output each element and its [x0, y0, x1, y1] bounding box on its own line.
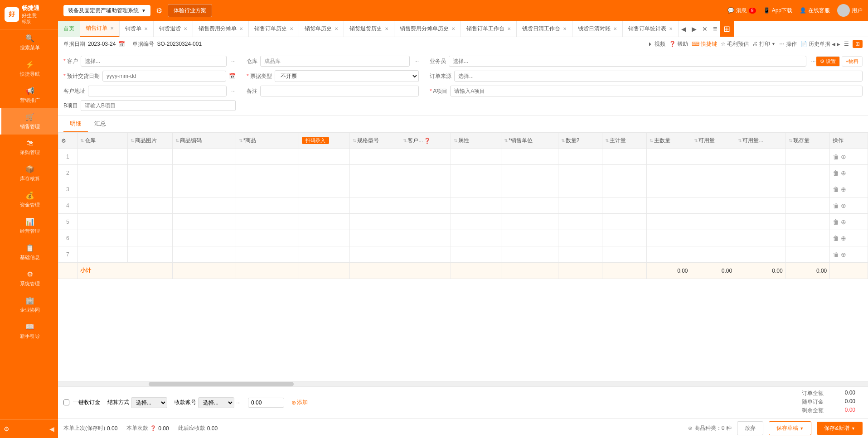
row-2-product[interactable]	[236, 165, 299, 181]
row-2-available-qty[interactable]	[691, 165, 735, 181]
tab-close-sales-order[interactable]: ✕	[110, 26, 114, 31]
row-2-customer-code[interactable]	[400, 165, 451, 181]
row-6-available-qty2[interactable]	[735, 230, 786, 246]
th-stock-qty[interactable]: ⇅现存量	[786, 133, 830, 149]
sidebar-item-guide[interactable]: 📖 新手引导	[0, 318, 58, 344]
notification-btn[interactable]: 💬 消息 9	[727, 7, 756, 14]
user-btn[interactable]: 用户	[837, 4, 863, 17]
tab-sales-order-history[interactable]: 销售订单历史 ✕	[249, 21, 299, 37]
row-3-stock-qty[interactable]	[786, 181, 830, 197]
row-6-customer-code[interactable]	[400, 230, 451, 246]
customer-address-input[interactable]	[88, 86, 227, 96]
tab-sales-refund-history[interactable]: 销货退货历史 ✕	[344, 21, 394, 37]
th-customer-code[interactable]: ⇅客户...❓	[400, 133, 451, 149]
th-product-image[interactable]: ⇅商品图片	[128, 133, 173, 149]
toolbar-grid-btn[interactable]: ⊞	[853, 40, 863, 48]
th-warehouse[interactable]: ⇅仓库	[77, 133, 128, 149]
row-5-product[interactable]	[236, 214, 299, 230]
tab-sales-order[interactable]: 销售订单 ✕	[80, 21, 120, 37]
row-6-product[interactable]	[236, 230, 299, 246]
customer-expand-icon[interactable]: ···	[231, 58, 236, 64]
row-6-product-code[interactable]	[173, 230, 236, 246]
row-1-sales-unit[interactable]	[501, 149, 558, 165]
row-1-main-unit[interactable]	[602, 149, 647, 165]
row-4-copy-icon[interactable]: ⊕	[841, 202, 846, 209]
th-main-unit[interactable]: ⇅主计量	[602, 133, 647, 149]
sidebar-item-system[interactable]: ⚙ 系统管理	[0, 265, 58, 292]
row-7-delete-icon[interactable]: 🗑	[833, 251, 839, 258]
row-5-copy-icon[interactable]: ⊕	[841, 218, 846, 226]
row-4-spec[interactable]	[349, 197, 400, 214]
preview-btn[interactable]: ⏵ 视频	[648, 40, 665, 48]
th-product[interactable]: ⇅*商品	[236, 133, 299, 149]
row-5-product-code[interactable]	[173, 214, 236, 230]
sidebar-item-basic-info[interactable]: 📋 基础信息	[0, 239, 58, 265]
row-2-product-image[interactable]	[128, 165, 173, 181]
tab-sales-return-history[interactable]: 销货单历史 ✕	[299, 21, 344, 37]
sidebar-item-quick-nav[interactable]: ⚡ 快捷导航	[0, 56, 58, 82]
warehouse-input[interactable]	[260, 56, 410, 67]
tab-receivable-reconcile[interactable]: 钱货日清对账 ✕	[572, 21, 623, 37]
row-4-product-image[interactable]	[128, 197, 173, 214]
help-btn[interactable]: ❓ 帮助	[669, 40, 688, 48]
tab-receivable-workbench[interactable]: 钱货日清工作台 ✕	[517, 21, 572, 37]
tab-sales-expense-history[interactable]: 销售费用分摊单历史 ✕	[394, 21, 461, 37]
sidebar-item-operations[interactable]: 📊 经营管理	[0, 213, 58, 239]
row-7-warehouse[interactable]	[77, 246, 128, 263]
row-4-scan[interactable]	[299, 197, 350, 214]
tab-close-sales-expense[interactable]: ✕	[239, 26, 243, 31]
row-4-product[interactable]	[236, 197, 299, 214]
row-6-available-qty[interactable]	[691, 230, 735, 246]
delivery-date-input[interactable]	[102, 71, 226, 82]
tab-close-expense-history[interactable]: ✕	[451, 26, 455, 31]
row-6-product-image[interactable]	[128, 230, 173, 246]
business-expand-icon[interactable]: ···	[811, 58, 815, 64]
tab-close-receivable-reconcile[interactable]: ✕	[613, 26, 617, 31]
calendar-icon[interactable]: 📅	[118, 41, 125, 47]
row-7-customer-code[interactable]	[400, 246, 451, 263]
row-5-available-qty2[interactable]	[735, 214, 786, 230]
row-7-available-qty[interactable]	[691, 246, 735, 263]
row-4-qty2[interactable]	[558, 197, 602, 214]
th-available-qty[interactable]: ⇅可用量	[691, 133, 735, 149]
row-3-qty2[interactable]	[558, 181, 602, 197]
horizontal-scrollbar[interactable]	[58, 381, 868, 386]
th-scan[interactable]: 扫码录入	[299, 133, 350, 149]
row-2-qty2[interactable]	[558, 165, 602, 181]
scrollbar-thumb[interactable]	[149, 382, 294, 386]
online-service-btn[interactable]: 👤 在线客服	[800, 7, 830, 14]
row-5-sales-unit[interactable]	[501, 214, 558, 230]
tab-sales-expense[interactable]: 销售费用分摊单 ✕	[193, 21, 249, 37]
save-new-btn[interactable]: 保存&新增 ▼	[817, 422, 863, 435]
row-5-available-qty[interactable]	[691, 214, 735, 230]
print-btn[interactable]: 🖨 打印 ▼	[752, 40, 776, 48]
row-4-available-qty2[interactable]	[735, 197, 786, 214]
system-title[interactable]: 装备及固定资产辅助管理系统 ▼	[63, 5, 150, 16]
row-2-available-qty2[interactable]	[735, 165, 786, 181]
row-3-scan[interactable]	[299, 181, 350, 197]
th-qty2[interactable]: ⇅数量2	[558, 133, 602, 149]
row-2-sales-unit[interactable]	[501, 165, 558, 181]
th-attribute[interactable]: ⇅属性	[451, 133, 501, 149]
row-3-main-unit[interactable]	[602, 181, 647, 197]
tab-close-order-history[interactable]: ✕	[290, 26, 293, 31]
tab-sales-return[interactable]: 销货单 ✕	[120, 21, 154, 37]
row-4-stock-qty[interactable]	[786, 197, 830, 214]
row-3-copy-icon[interactable]: ⊕	[841, 186, 846, 193]
row-1-qty2[interactable]	[558, 149, 602, 165]
row-3-available-qty[interactable]	[691, 181, 735, 197]
tab-detail[interactable]: 明细	[63, 116, 88, 132]
row-6-scan[interactable]	[299, 230, 350, 246]
a-project-input[interactable]	[450, 86, 863, 96]
row-5-stock-qty[interactable]	[786, 214, 830, 230]
sidebar-item-purchase[interactable]: 🛍 采购管理	[0, 135, 58, 160]
sidebar-item-marketing[interactable]: 📢 营销推广	[0, 82, 58, 108]
row-6-main-qty[interactable]	[646, 230, 691, 246]
row-5-delete-icon[interactable]: 🗑	[833, 218, 839, 226]
row-1-customer-code[interactable]	[400, 149, 451, 165]
row-4-customer-code[interactable]	[400, 197, 451, 214]
row-7-product[interactable]	[236, 246, 299, 263]
row-1-scan[interactable]	[299, 149, 350, 165]
row-4-attribute[interactable]	[451, 197, 501, 214]
row-6-attribute[interactable]	[451, 230, 501, 246]
